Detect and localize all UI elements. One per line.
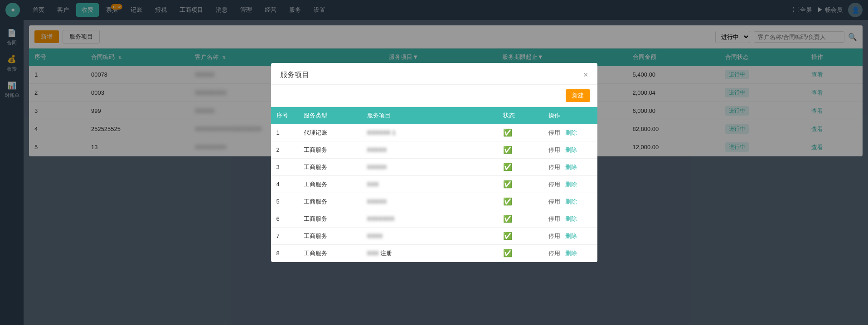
delete-button[interactable]: 删除 xyxy=(565,163,577,171)
modal-col-status: 状态 xyxy=(498,107,543,124)
modal-table-row: 7 工商服务 XXXX ✅ 停用 删除 xyxy=(271,228,597,245)
modal-cell-action: 停用 删除 xyxy=(543,141,597,159)
modal-table-row: 3 工商服务 XXXXX ✅ 停用 删除 xyxy=(271,159,597,176)
modal-table-row: 6 工商服务 XXXXXXX ✅ 停用 删除 xyxy=(271,210,597,228)
status-check-icon: ✅ xyxy=(503,232,512,240)
modal-cell-status: ✅ xyxy=(498,176,543,193)
delete-button[interactable]: 删除 xyxy=(565,215,577,223)
modal-new-button[interactable]: 新建 xyxy=(566,89,590,102)
modal-cell-seq: 8 xyxy=(271,245,298,262)
modal-cell-item: XXX 注册 xyxy=(362,245,498,262)
delete-button[interactable]: 删除 xyxy=(565,198,577,206)
delete-button[interactable]: 删除 xyxy=(565,146,577,154)
modal-cell-type: 代理记账 xyxy=(298,124,362,141)
modal-header: 服务项目 × xyxy=(271,63,597,85)
modal-cell-type: 工商服务 xyxy=(298,176,362,193)
modal-col-type: 服务类型 xyxy=(298,107,362,124)
modal-cell-status: ✅ xyxy=(498,193,543,210)
modal-cell-seq: 7 xyxy=(271,228,298,245)
stop-button[interactable]: 停用 xyxy=(548,163,560,171)
modal-title: 服务项目 xyxy=(280,70,309,80)
modal-toolbar: 新建 xyxy=(271,85,597,107)
delete-button[interactable]: 删除 xyxy=(565,249,577,257)
modal-cell-action: 停用 删除 xyxy=(543,193,597,210)
modal-cell-item: XXX xyxy=(362,176,498,193)
modal-table-body: 1 代理记账 XXXXXX 1 ✅ 停用 删除 2 工商服务 XXXXX ✅ 停… xyxy=(271,124,597,262)
modal-cell-seq: 5 xyxy=(271,193,298,210)
stop-button[interactable]: 停用 xyxy=(548,198,560,206)
modal-cell-seq: 1 xyxy=(271,124,298,141)
modal-cell-status: ✅ xyxy=(498,159,543,176)
modal-cell-item: XXXXXXX xyxy=(362,210,498,228)
modal-cell-item: XXXXX xyxy=(362,141,498,159)
modal-cell-type: 工商服务 xyxy=(298,228,362,245)
modal-cell-seq: 3 xyxy=(271,159,298,176)
modal-cell-type: 工商服务 xyxy=(298,193,362,210)
modal-cell-action: 停用 删除 xyxy=(543,228,597,245)
status-check-icon: ✅ xyxy=(503,198,512,205)
modal-cell-status: ✅ xyxy=(498,124,543,141)
modal-header-row: 序号 服务类型 服务项目 状态 操作 xyxy=(271,107,597,124)
modal-cell-action: 停用 删除 xyxy=(543,124,597,141)
delete-button[interactable]: 删除 xyxy=(565,232,577,240)
modal-dialog: 服务项目 × 新建 序号 服务类型 服务项目 状态 操作 1 代理记账 xyxy=(271,63,597,262)
stop-button[interactable]: 停用 xyxy=(548,232,560,240)
modal-cell-action: 停用 删除 xyxy=(543,210,597,228)
modal-cell-action: 停用 删除 xyxy=(543,159,597,176)
modal-cell-seq: 2 xyxy=(271,141,298,159)
stop-button[interactable]: 停用 xyxy=(548,129,560,137)
modal-cell-item: XXXXX xyxy=(362,159,498,176)
modal-cell-item: XXXX xyxy=(362,228,498,245)
modal-col-action: 操作 xyxy=(543,107,597,124)
modal-table-row: 4 工商服务 XXX ✅ 停用 删除 xyxy=(271,176,597,193)
modal-cell-type: 工商服务 xyxy=(298,245,362,262)
modal-cell-type: 工商服务 xyxy=(298,159,362,176)
status-check-icon: ✅ xyxy=(503,146,512,154)
modal-col-seq: 序号 xyxy=(271,107,298,124)
modal-cell-status: ✅ xyxy=(498,141,543,159)
modal-cell-action: 停用 删除 xyxy=(543,176,597,193)
modal-cell-type: 工商服务 xyxy=(298,141,362,159)
modal-cell-item: XXXXXX 1 xyxy=(362,124,498,141)
modal-table-row: 2 工商服务 XXXXX ✅ 停用 删除 xyxy=(271,141,597,159)
delete-button[interactable]: 删除 xyxy=(565,129,577,137)
modal-table-row: 1 代理记账 XXXXXX 1 ✅ 停用 删除 xyxy=(271,124,597,141)
delete-button[interactable]: 删除 xyxy=(565,180,577,189)
modal-cell-status: ✅ xyxy=(498,210,543,228)
stop-button[interactable]: 停用 xyxy=(548,215,560,223)
modal-table-row: 5 工商服务 XXXXX ✅ 停用 删除 xyxy=(271,193,597,210)
modal-cell-seq: 6 xyxy=(271,210,298,228)
status-check-icon: ✅ xyxy=(503,180,512,188)
modal-cell-type: 工商服务 xyxy=(298,210,362,228)
status-check-icon: ✅ xyxy=(503,163,512,171)
modal-cell-action: 停用 删除 xyxy=(543,245,597,262)
stop-button[interactable]: 停用 xyxy=(548,180,560,189)
stop-button[interactable]: 停用 xyxy=(548,249,560,257)
modal-table: 序号 服务类型 服务项目 状态 操作 1 代理记账 XXXXXX 1 ✅ 停用 … xyxy=(271,107,597,262)
status-check-icon: ✅ xyxy=(503,215,512,223)
modal-cell-status: ✅ xyxy=(498,245,543,262)
modal-close-button[interactable]: × xyxy=(583,70,588,80)
modal-col-item: 服务项目 xyxy=(362,107,498,124)
status-check-icon: ✅ xyxy=(503,249,512,257)
modal-table-row: 8 工商服务 XXX 注册 ✅ 停用 删除 xyxy=(271,245,597,262)
modal-cell-item: XXXXX xyxy=(362,193,498,210)
modal-overlay[interactable]: 服务项目 × 新建 序号 服务类型 服务项目 状态 操作 1 代理记账 xyxy=(0,0,868,325)
modal-cell-seq: 4 xyxy=(271,176,298,193)
modal-body: 序号 服务类型 服务项目 状态 操作 1 代理记账 XXXXXX 1 ✅ 停用 … xyxy=(271,107,597,262)
stop-button[interactable]: 停用 xyxy=(548,146,560,154)
modal-cell-status: ✅ xyxy=(498,228,543,245)
status-check-icon: ✅ xyxy=(503,129,512,136)
